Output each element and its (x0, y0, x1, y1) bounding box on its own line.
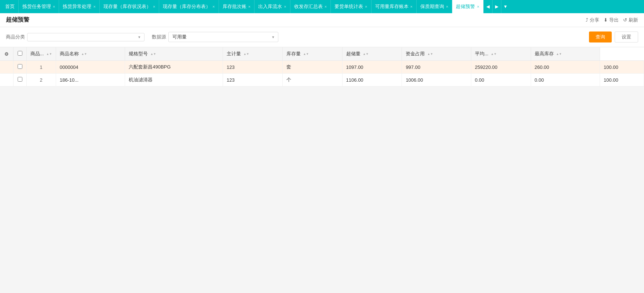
select-all-checkbox[interactable] (18, 51, 22, 56)
avg-column-header[interactable]: 平均... ▲▼ (471, 47, 531, 61)
row-avg: 260.00 (531, 61, 600, 74)
row-number: 2 (26, 74, 56, 86)
nav-prev-button[interactable]: ◀ (483, 0, 492, 13)
sort-icon: ▲▼ (556, 53, 562, 56)
row-checkbox[interactable] (18, 77, 22, 82)
filter-buttons: 查询 设置 (589, 31, 638, 42)
row-over-stock: 1006.00 (402, 74, 471, 86)
row-number: 1 (26, 61, 56, 74)
top-navigation: 首页 拣货任务管理 × 拣货异常处理 × 现存量（库存状况表） × 现存量（库存… (0, 0, 644, 13)
row-checkbox-cell[interactable] (13, 74, 26, 86)
page-title: 超储预警 (6, 16, 29, 24)
row-spec: 123 (223, 74, 283, 86)
share-button[interactable]: ⤴ 分享 (586, 17, 599, 23)
row-gear-cell (0, 74, 13, 86)
row-checkbox-cell[interactable] (13, 61, 26, 74)
category-label: 商品分类 (6, 34, 25, 40)
sort-icon: ▲▼ (303, 53, 309, 56)
export-button[interactable]: ⬇ 导出 (604, 17, 619, 23)
close-icon[interactable]: × (53, 4, 55, 9)
page-header: 超储预警 ⤴ 分享 ⬇ 导出 ↺ 刷新 (0, 13, 644, 27)
datasource-label: 数据源 (152, 34, 166, 40)
datasource-select[interactable]: 可用量 ▾ (168, 32, 278, 42)
nav-next-button[interactable]: ▶ (492, 0, 501, 13)
max-stock-column-header[interactable]: 最高库存 ▲▼ (531, 47, 600, 61)
sort-icon: ▲▼ (150, 53, 156, 56)
row-product-code: 0000004 (56, 61, 125, 74)
sort-icon: ▲▼ (427, 53, 433, 56)
row-over-stock: 997.00 (402, 61, 471, 74)
capital-column-header[interactable]: 资金占用 ▲▼ (402, 47, 471, 61)
sort-icon: ▲▼ (363, 53, 369, 56)
close-icon[interactable]: × (477, 4, 479, 9)
datasource-filter: 数据源 可用量 ▾ (152, 32, 278, 42)
category-select[interactable]: ▾ (27, 33, 144, 41)
close-icon[interactable]: × (93, 4, 95, 9)
nav-over-stock-alert[interactable]: 超储预警 × (452, 0, 483, 13)
table-area: ⚙ 商品... ▲▼ 商品名称 ▲▼ 规格型号 ▲▼ 主计量 (0, 47, 644, 86)
close-icon[interactable]: × (284, 4, 286, 9)
nav-stock-dist[interactable]: 现存量（库存分布表） × (159, 0, 219, 13)
nav-home[interactable]: 首页 (1, 0, 19, 13)
table-row: 2 186-10... 机油滤清器 123 个 1106.00 1006.00 … (0, 74, 644, 86)
nav-stock-batch[interactable]: 库存批次账 × (219, 0, 255, 13)
close-icon[interactable]: × (446, 4, 448, 9)
sort-icon: ▲▼ (81, 53, 87, 56)
export-icon: ⬇ (604, 17, 608, 23)
table-row: 1 0000004 六配套新昌490BPG 123 套 1097.00 997.… (0, 61, 644, 74)
refresh-icon: ↺ (623, 17, 627, 23)
close-icon[interactable]: × (325, 4, 327, 9)
nav-recv-send[interactable]: 收发存汇总表 × (290, 0, 331, 13)
share-icon: ⤴ (586, 17, 588, 23)
row-gear-cell (0, 61, 13, 74)
chevron-down-icon: ▾ (138, 35, 140, 40)
row-checkbox[interactable] (18, 64, 22, 69)
row-capital: 259220.00 (471, 61, 531, 74)
nav-more-button[interactable]: ▼ (501, 0, 510, 13)
unit-column-header[interactable]: 主计量 ▲▼ (223, 47, 283, 61)
setting-button[interactable]: 设置 (615, 31, 638, 42)
row-unit: 套 (282, 61, 342, 74)
row-capital: 0.00 (471, 74, 531, 86)
nav-pick-task[interactable]: 拣货任务管理 × (19, 0, 59, 13)
stock-column-header[interactable]: 库存量 ▲▼ (282, 47, 342, 61)
nav-stock-status[interactable]: 现存量（库存状况表） × (100, 0, 159, 13)
row-avg: 0.00 (531, 74, 600, 86)
nav-order-stats[interactable]: 要货单统计表 × (331, 0, 371, 13)
gear-column-header[interactable]: ⚙ (0, 47, 13, 61)
row-product-code: 186-10... (56, 74, 125, 86)
close-icon[interactable]: × (248, 4, 250, 9)
product-code-column-header[interactable]: 商品... ▲▼ (26, 47, 56, 61)
category-filter: 商品分类 ▾ (6, 33, 144, 41)
nav-avail-stock[interactable]: 可用量库存账本 × (372, 0, 417, 13)
sort-icon: ▲▼ (244, 53, 249, 56)
datasource-select-value: 可用量 (172, 34, 187, 40)
nav-pick-exception[interactable]: 拣货异常处理 × (59, 0, 99, 13)
refresh-button[interactable]: ↺ 刷新 (623, 17, 638, 23)
close-icon[interactable]: × (365, 4, 367, 9)
filter-area: 商品分类 ▾ 数据源 可用量 ▾ 查询 设置 (0, 27, 644, 47)
data-table: ⚙ 商品... ▲▼ 商品名称 ▲▼ 规格型号 ▲▼ 主计量 (0, 47, 644, 86)
close-icon[interactable]: × (410, 4, 413, 9)
nav-inout-flow[interactable]: 出入库流水 × (255, 0, 290, 13)
row-max-stock: 100.00 (600, 74, 644, 86)
table-header-row: ⚙ 商品... ▲▼ 商品名称 ▲▼ 规格型号 ▲▼ 主计量 (0, 47, 644, 61)
query-button[interactable]: 查询 (589, 31, 612, 42)
sort-icon: ▲▼ (46, 53, 52, 56)
close-icon[interactable]: × (212, 4, 215, 9)
spec-column-header[interactable]: 规格型号 ▲▼ (125, 47, 223, 61)
row-spec: 123 (223, 61, 283, 74)
product-name-column-header[interactable]: 商品名称 ▲▼ (56, 47, 125, 61)
close-icon[interactable]: × (153, 4, 155, 9)
row-unit: 个 (282, 74, 342, 86)
nav-quality-query[interactable]: 保质期查询 × (417, 0, 452, 13)
header-actions: ⤴ 分享 ⬇ 导出 ↺ 刷新 (586, 17, 638, 23)
sort-icon: ▲▼ (491, 53, 497, 56)
chevron-down-icon: ▾ (272, 35, 274, 40)
row-stock: 1097.00 (342, 61, 402, 74)
row-product-name: 六配套新昌490BPG (125, 61, 223, 74)
row-max-stock: 100.00 (600, 61, 644, 74)
row-stock: 1106.00 (342, 74, 402, 86)
over-stock-column-header[interactable]: 超储量 ▲▼ (342, 47, 402, 61)
row-product-name: 机油滤清器 (125, 74, 223, 86)
